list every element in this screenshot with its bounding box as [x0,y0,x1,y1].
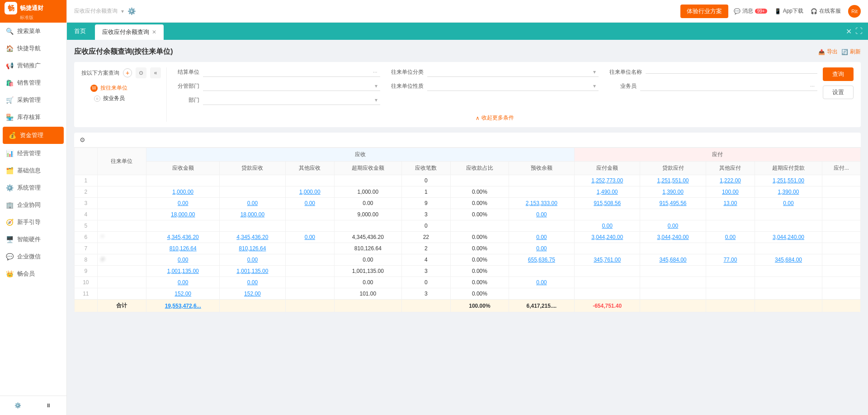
table-row: 30.000.000.000.0090.00%2,153,333.00915,5… [75,198,861,209]
table-container: ⚙ 往来单位 应收 应付 应收金额 贷款应收 其他应收 超期应收金额 [74,133,861,312]
finance-icon: 💰 [8,131,16,139]
settings-btn[interactable]: 设置 [823,86,854,99]
user-avatar[interactable]: Rit [848,5,861,18]
breadcrumb-text: 应收应付余额查询 [74,7,118,15]
sidebar-collapse-btn[interactable]: ⏸ [34,400,63,411]
search-field-customer-category: 往来单位分类 ▾ [391,67,599,77]
app-name: 畅捷通财 [20,4,43,12]
table-row: 21,000.001,000.001,000.0010.00%1,490.001… [75,186,861,198]
search-collapse-btn[interactable]: ∧ 收起更多条件 [172,114,817,122]
search-field-customer-nature: 往来单位性质 ▾ [391,81,599,91]
sidebar-item-guide[interactable]: 🧭 新手引导 [0,214,66,231]
messages-badge: 99+ [755,9,767,14]
tab-close-all-icon[interactable]: ✕ [846,27,852,36]
customer-category-input[interactable]: ▾ [427,67,599,77]
settlement-unit-input[interactable]: ··· [203,67,380,77]
page-title: 应收应付余额查询(按往来单位) [74,47,173,57]
sidebar-item-base[interactable]: 🗂️ 基础信息 [0,162,66,179]
header-settings-icon[interactable]: ⚙️ [127,7,136,15]
sidebar-item-sales[interactable]: 🛍️ 销售管理 [0,74,66,91]
sidebar-item-member[interactable]: 👑 畅会员 [0,265,66,282]
col-ar-loan: 贷款应收 [220,162,285,175]
sidebar-item-system[interactable]: ⚙️ 系统管理 [0,179,66,196]
marketing-icon: 📢 [5,62,14,70]
sidebar-item-inventory[interactable]: 🏪 库存核算 [0,109,66,126]
sidebar-settings-btn[interactable]: ⚙️ [4,400,33,411]
sidebar-item-search[interactable]: 🔍 搜索菜单 [0,23,66,40]
query-btn[interactable]: 查询 [823,67,854,81]
col-ar-overdue: 超期应收金额 [335,162,402,175]
search-field-customer-name: 往来单位名称 [609,68,817,76]
table-settings-row: ⚙ [74,133,861,148]
solution-btn[interactable]: 体验行业方案 [680,5,728,18]
search-add-btn[interactable]: + [123,68,132,77]
sidebar-item-corp[interactable]: 🏢 企业协同 [0,196,66,214]
sidebar-item-hardware[interactable]: 🖥️ 智能硬件 [0,231,66,248]
top-header: 应收应付余额查询 ▾ ⚙️ 体验行业方案 💬 消息 99+ 📱 App下载 🎧 … [67,0,868,23]
table-row: 8P0.000.000.0040.00%655,636.75345,761.00… [75,254,861,266]
messages-btn[interactable]: 💬 消息 99+ [734,7,767,15]
col-ar-amount: 应收金额 [146,162,220,175]
search-by-customer[interactable]: W 按往来单位 [87,83,161,93]
tab-close-icon[interactable]: ✕ [152,29,156,35]
app-download-btn[interactable]: 📱 App下载 [774,7,803,15]
sidebar-item-ops[interactable]: 📊 经营管理 [0,145,66,162]
page-header: 应收应付余额查询(按往来单位) 📤 导出 🔄 刷新 [74,47,861,57]
download-icon: 📱 [774,8,781,14]
sidebar-item-quick-nav[interactable]: 🏠 快捷导航 [0,40,66,57]
service-icon: 🎧 [811,8,817,14]
search-option-settings-btn[interactable]: ⊙ [136,67,146,78]
col-ar-prepay: 预收余额 [509,162,574,175]
total-ar-amount: 19,553,472,6... [146,300,220,312]
dept-mgr-input[interactable]: ▾ [203,81,380,91]
table-row: 418,000.0018,000.009,000.0030.00%0.00 [75,209,861,220]
sidebar: 畅 畅捷通财 标准版 🔍 搜索菜单 🏠 快捷导航 📢 营销推广 🛍️ 销售管理 … [0,0,67,415]
message-icon: 💬 [734,8,741,14]
page-content: 应收应付余额查询(按往来单位) 📤 导出 🔄 刷新 按以下方案查询 + [67,40,868,415]
table-row: 101,252,773.001,251,551.001,222.001,251,… [75,175,861,186]
refresh-btn[interactable]: 🔄 刷新 [841,48,861,56]
col-ap-more: 应付... [822,162,860,175]
tab-bar: 首页 应收应付余额查询 ✕ ✕ ⛶ [67,23,868,40]
sidebar-item-marketing[interactable]: 📢 营销推广 [0,57,66,74]
sidebar-item-wechat[interactable]: 💬 企业微信 [0,248,66,265]
tab-home[interactable]: 首页 [67,23,93,40]
col-ap-amount: 应付金额 [575,162,640,175]
page-header-actions: 📤 导出 🔄 刷新 [818,48,861,56]
inventory-icon: 🏪 [5,113,14,121]
tab-araps[interactable]: 应收应付余额查询 ✕ [95,24,164,40]
tab-expand-icon[interactable]: ⛶ [855,27,863,35]
main-area: 应收应付余额查询 ▾ ⚙️ 体验行业方案 💬 消息 99+ 📱 App下载 🎧 … [67,0,868,415]
salesman-input[interactable]: ··· [640,81,817,91]
customer-name-input[interactable] [646,71,817,74]
search-icon: 🔍 [5,27,14,35]
search-area: 按以下方案查询 + ⊙ « W 按往来单位 ○ 按业务员 [74,62,861,127]
main-table: 往来单位 应收 应付 应收金额 贷款应收 其他应收 超期应收金额 应收笔数 应收… [74,148,861,312]
search-by-salesman[interactable]: ○ 按业务员 [90,93,161,104]
export-btn[interactable]: 📤 导出 [818,48,838,56]
sidebar-item-purchase[interactable]: 🛒 采购管理 [0,91,66,109]
corp-icon: 🏢 [5,201,14,209]
sales-icon: 🛍️ [5,79,14,87]
col-ap-other: 其他应付 [706,162,755,175]
table-row: 11152.00152.00101.0030.00% [75,288,861,300]
purchase-icon: 🛒 [5,96,14,104]
table-settings-icon[interactable]: ⚙ [80,136,85,143]
customer-nature-input[interactable]: ▾ [427,81,599,91]
table-row: 7810,126.64810,126.64810,126.6420.00%0.0… [75,243,861,254]
customer-icon: W [90,85,98,92]
sidebar-item-finance[interactable]: 💰 资金管理 [3,127,64,144]
col-ap-overdue: 超期应付货款 [755,162,822,175]
col-ar-ratio: 应收款占比 [451,162,509,175]
breadcrumb-dropdown-icon[interactable]: ▾ [121,8,124,14]
member-icon: 👑 [5,270,14,278]
total-ap-amount: -654,751.40 [575,300,640,312]
search-field-salesman: 业务员 ··· [609,81,817,91]
col-group-ar: 应收 [146,148,575,162]
online-service-btn[interactable]: 🎧 在线客服 [811,7,841,15]
search-collapse-left-btn[interactable]: « [150,67,161,78]
table-row: 6^4,345,436.204,345,436.200.004,345,436.… [75,232,861,243]
total-ar-ratio: 100.00% [451,300,509,312]
col-group-ap: 应付 [575,148,861,162]
dept-input[interactable]: ▾ [203,95,380,105]
